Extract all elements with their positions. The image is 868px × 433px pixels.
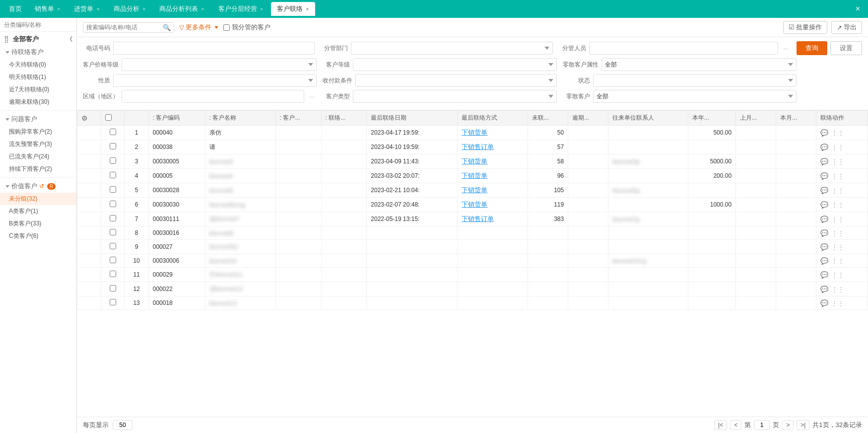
th-gear[interactable]: ⚙ — [77, 111, 101, 126]
sidebar-group-value[interactable]: 价值客户 ↺ R — [0, 180, 76, 193]
sidebar-item-churned[interactable]: 已流失客户(24) — [0, 150, 76, 163]
contact-way-link[interactable]: 下销售订单 — [462, 143, 494, 150]
grid-icon[interactable]: ⋮⋮ — [831, 201, 844, 209]
page-num-input[interactable] — [754, 420, 770, 430]
chat-icon[interactable]: 💬 — [820, 158, 828, 165]
nav-tab-customer-contact[interactable]: 客户联络 × — [271, 2, 315, 16]
reset-button[interactable]: 设置 — [830, 41, 862, 55]
grid-icon[interactable]: ⋮⋮ — [831, 216, 844, 223]
main-search-input[interactable] — [86, 24, 161, 31]
nav-home[interactable]: 首页 — [4, 4, 27, 13]
sidebar-item-hoard-abnormal[interactable]: 囤购异常客户(2) — [0, 126, 76, 138]
sidebar-item-type-c[interactable]: C类客户(6) — [0, 230, 76, 242]
grid-icon[interactable]: ⋮⋮ — [831, 299, 844, 307]
filter-payment-select[interactable] — [355, 74, 556, 87]
contact-way-link[interactable]: 下销售订单 — [462, 215, 494, 222]
contact-way-link[interactable]: 下销货单 — [462, 186, 487, 194]
row-checkbox[interactable] — [110, 229, 116, 235]
filter-phone-input[interactable] — [113, 42, 315, 55]
grid-icon[interactable]: ⋮⋮ — [831, 229, 844, 237]
contact-way-link[interactable]: 下销货单 — [462, 129, 487, 136]
close-tab-analysis-list[interactable]: × — [201, 6, 204, 12]
chat-icon[interactable]: 💬 — [820, 187, 828, 194]
sidebar-item-7days[interactable]: 近7天待联络(0) — [0, 83, 76, 96]
th-last-contact-date[interactable]: 最后联络日期 — [367, 111, 458, 126]
chat-icon[interactable]: 💬 — [820, 172, 828, 180]
contact-way-link[interactable]: 下销货单 — [462, 201, 487, 208]
th-not-contact[interactable]: 未联... — [528, 111, 568, 126]
th-name[interactable]: : 客户名称 — [205, 111, 275, 126]
sidebar-group-problem[interactable]: 问题客户 — [0, 113, 76, 126]
sidebar-search-input[interactable] — [4, 21, 77, 28]
close-tab-sales[interactable]: × — [57, 6, 60, 12]
th-this-month[interactable]: 本月... — [776, 111, 816, 126]
th-contact-person[interactable]: 往来单位联系人 — [608, 111, 688, 126]
filter-status-select[interactable] — [593, 74, 797, 87]
filter-region-input[interactable] — [122, 90, 304, 103]
row-checkbox[interactable] — [110, 257, 116, 263]
filter-cust-level-select[interactable] — [353, 58, 556, 71]
th-overdue[interactable]: 逾期... — [568, 111, 608, 126]
row-checkbox[interactable] — [110, 157, 116, 164]
my-customers-checkbox[interactable] — [223, 24, 230, 31]
sidebar-item-type-b[interactable]: B类客户(33) — [0, 217, 76, 230]
select-all-checkbox[interactable] — [105, 114, 112, 121]
close-tab-customer-contact[interactable]: × — [306, 6, 309, 12]
filter-retail-cust-select[interactable]: 全部 — [593, 90, 797, 103]
sidebar-item-tomorrow[interactable]: 明天待联络(1) — [0, 71, 76, 83]
grid-icon[interactable]: ⋮⋮ — [831, 187, 844, 194]
sidebar-collapse-icon[interactable]: 《 — [67, 35, 72, 44]
grid-icon[interactable]: ⋮⋮ — [831, 172, 844, 180]
grid-icon[interactable]: ⋮⋮ — [831, 243, 844, 251]
th-contact[interactable]: : 联络... — [321, 111, 367, 126]
chat-icon[interactable]: 💬 — [820, 299, 828, 307]
row-checkbox[interactable] — [110, 129, 116, 135]
chat-icon[interactable]: 💬 — [820, 229, 828, 237]
row-checkbox[interactable] — [110, 172, 116, 178]
nav-tab-sales[interactable]: 销售单 × — [29, 2, 66, 16]
grid-icon[interactable]: ⋮⋮ — [831, 129, 844, 137]
filter-price-level-select[interactable] — [122, 58, 317, 71]
grid-icon[interactable]: ⋮⋮ — [831, 257, 844, 265]
my-customers-checkbox-wrap[interactable]: 我分管的客户 — [223, 23, 270, 32]
sidebar-item-type-a[interactable]: A类客户(1) — [0, 205, 76, 217]
chat-icon[interactable]: 💬 — [820, 271, 828, 279]
sidebar-item-ungroup[interactable]: 未分组(32) — [0, 193, 76, 205]
query-button[interactable]: 查询 — [797, 41, 827, 55]
prev-page-button[interactable]: < — [730, 420, 741, 430]
close-all-tabs[interactable]: × — [852, 4, 864, 13]
contact-way-link[interactable]: 下销货单 — [462, 157, 487, 165]
nav-tab-analysis[interactable]: 商品分析 × — [108, 2, 151, 16]
chat-icon[interactable]: 💬 — [820, 201, 828, 209]
per-page-input[interactable] — [113, 420, 133, 430]
filter-dept-select[interactable] — [351, 42, 552, 55]
filter-region-more[interactable]: ··· — [307, 93, 317, 100]
close-tab-analysis[interactable]: × — [142, 6, 145, 12]
chat-icon[interactable]: 💬 — [820, 257, 828, 265]
row-checkbox[interactable] — [110, 186, 116, 193]
sidebar-item-declining[interactable]: 持续下滑客户(2) — [0, 163, 76, 175]
sidebar-item-overdue[interactable]: 逾期未联络(30) — [0, 96, 76, 108]
th-last-contact-way[interactable]: 最后联络方式 — [458, 111, 528, 126]
more-filters-button[interactable]: ▽ 更多条件 — [179, 23, 218, 32]
sidebar-item-today[interactable]: 今天待联络(0) — [0, 59, 76, 71]
chat-icon[interactable]: 💬 — [820, 216, 828, 223]
first-page-button[interactable]: |< — [714, 420, 727, 430]
sidebar-group-waiting[interactable]: 待联络客户 — [0, 46, 76, 59]
batch-op-button[interactable]: ☑ 批量操作 — [783, 21, 827, 34]
th-code[interactable]: : 客户编码 — [148, 111, 205, 126]
sidebar-item-churn-warning[interactable]: 流失预警客户(3) — [0, 138, 76, 150]
next-page-button[interactable]: > — [782, 420, 794, 430]
filter-manager-more[interactable]: ··· — [781, 45, 791, 52]
grid-icon[interactable]: ⋮⋮ — [831, 144, 844, 151]
refresh-icon[interactable]: ↺ — [39, 183, 44, 190]
chat-icon[interactable]: 💬 — [820, 129, 828, 137]
filter-manager-input[interactable] — [589, 42, 778, 55]
row-checkbox[interactable] — [110, 285, 116, 291]
filter-cust-type-select[interactable] — [353, 90, 556, 103]
th-type[interactable]: : 客户... — [275, 111, 321, 126]
filter-retail-attr-select[interactable]: 全部 — [601, 58, 797, 71]
row-checkbox[interactable] — [110, 215, 116, 221]
row-checkbox[interactable] — [110, 143, 116, 149]
th-this-year[interactable]: 本年... — [688, 111, 736, 126]
